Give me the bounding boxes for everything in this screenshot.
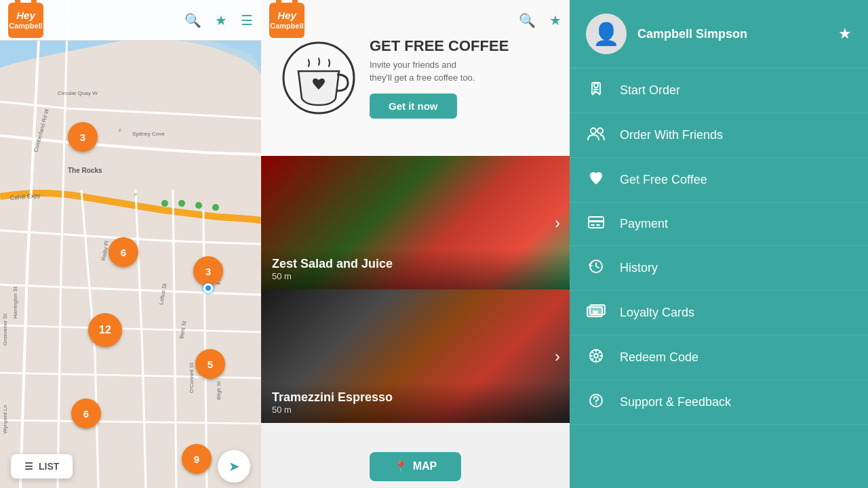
sidebar-item-loyalty-cards[interactable]: Loyalty Cards	[570, 291, 868, 336]
restaurant-2-name: Tramezzini Espresso	[272, 390, 559, 405]
map-marker-3a[interactable]: 3	[68, 122, 98, 152]
coffee-cup-icon	[281, 41, 356, 115]
map-marker-3b[interactable]: 3	[193, 256, 223, 286]
svg-text:Grosvenor St: Grosvenor St	[2, 313, 8, 346]
map-marker-6b[interactable]: 6	[71, 399, 101, 428]
content-topbar: Hey Campbell 🔍 ★	[261, 0, 570, 41]
content-favorites-icon[interactable]: ★	[549, 12, 561, 28]
map-marker-12[interactable]: 12	[88, 313, 122, 347]
svg-point-25	[597, 128, 603, 134]
sidebar-item-redeem-code[interactable]: Redeem Code	[570, 336, 868, 380]
sidebar-header: 👤 Campbell Simpson ★	[570, 0, 868, 68]
svg-point-32	[594, 354, 598, 358]
svg-text:Wynyard Ln: Wynyard Ln	[2, 405, 8, 434]
svg-text:Bligh St: Bligh St	[216, 381, 222, 400]
svg-point-2	[178, 200, 185, 207]
payment-icon	[586, 215, 606, 233]
svg-text:Circular Quay W: Circular Quay W	[58, 90, 98, 96]
gps-location-dot	[203, 283, 213, 293]
svg-text:F: F	[119, 128, 121, 133]
coffee-icon-container	[281, 41, 356, 115]
svg-point-4	[212, 204, 219, 211]
search-icon[interactable]: 🔍	[184, 12, 201, 28]
redeem-code-icon	[586, 348, 606, 367]
svg-text:Harrington St: Harrington St	[12, 286, 18, 319]
logo-tagline: Campbell	[9, 22, 43, 30]
history-clock-icon	[586, 258, 606, 278]
support-label: Support & Feedback	[620, 395, 731, 409]
map-pin-icon: 📍	[394, 460, 408, 473]
svg-rect-27	[589, 220, 604, 222]
content-logo-tagline: Campbell	[270, 22, 304, 30]
restaurant-1-name: Zest Salad and Juice	[272, 257, 559, 271]
redeem-code-label: Redeem Code	[620, 350, 698, 365]
content-topbar-icons: 🔍 ★	[519, 12, 561, 28]
map-bottombar: ☰ LIST ➤	[0, 445, 261, 488]
start-order-label: Start Order	[620, 83, 680, 98]
history-label: History	[620, 261, 658, 275]
support-question-icon	[586, 392, 606, 412]
free-coffee-label: Get Free Coffee	[620, 173, 707, 187]
restaurant-card-2[interactable]: Tramezzini Espresso 50 m ›	[261, 289, 570, 423]
map-btn-container: 📍 MAP	[261, 445, 570, 488]
map-topbar-icons: 🔍 ★ ☰	[184, 12, 253, 28]
start-order-icon	[586, 81, 606, 100]
gps-arrow-icon: ➤	[229, 458, 240, 474]
sidebar: 👤 Campbell Simpson ★ Start Order	[570, 0, 868, 488]
restaurant-1-arrow-icon: ›	[555, 214, 560, 232]
content-panel: Hey Campbell 🔍 ★	[261, 0, 570, 488]
restaurant-2-distance: 50 m	[272, 405, 559, 415]
avatar: 👤	[586, 14, 627, 54]
sidebar-item-free-coffee[interactable]: Get Free Coffee	[570, 158, 868, 203]
gps-button[interactable]: ➤	[218, 450, 250, 483]
sidebar-item-support[interactable]: Support & Feedback	[570, 380, 868, 425]
avatar-person-icon: 👤	[593, 21, 620, 47]
loyalty-cards-icon	[586, 303, 606, 323]
map-panel: Cahill Expy Cumberland Rd W Circular Qua…	[0, 0, 261, 488]
svg-point-3	[195, 202, 202, 209]
logo-badge[interactable]: Hey Campbell	[8, 3, 43, 38]
restaurant-1-distance: 50 m	[272, 271, 559, 281]
svg-point-23	[594, 83, 598, 88]
content-search-icon[interactable]: 🔍	[519, 12, 536, 28]
restaurant-2-overlay: Tramezzini Espresso 50 m	[261, 382, 570, 423]
get-it-now-button[interactable]: Get it now	[370, 94, 457, 119]
sidebar-item-start-order[interactable]: Start Order	[570, 68, 868, 113]
svg-point-34	[595, 403, 597, 405]
svg-text:O'Connell St: O'Connell St	[189, 363, 195, 393]
sidebar-item-history[interactable]: History	[570, 246, 868, 291]
list-label: LIST	[39, 461, 59, 472]
promo-text: GET FREE COFFEE Invite your friends andt…	[370, 37, 549, 118]
sidebar-item-payment[interactable]: Payment	[570, 203, 868, 246]
svg-text:F: F	[134, 192, 137, 197]
sidebar-menu: Start Order Order With Friends Get Fr	[570, 68, 868, 488]
order-friends-label: Order With Friends	[620, 128, 723, 142]
svg-point-24	[591, 128, 596, 134]
restaurant-card-1[interactable]: Zest Salad and Juice 50 m ›	[261, 156, 570, 289]
restaurant-2-arrow-icon: ›	[555, 347, 560, 366]
content-logo-badge[interactable]: Hey Campbell	[269, 3, 304, 38]
svg-point-1	[161, 200, 168, 207]
logo-hey-text: Hey	[16, 9, 35, 22]
content-logo-hey: Hey	[277, 9, 296, 22]
svg-text:Sydney Cove: Sydney Cove	[132, 131, 165, 137]
list-button[interactable]: ☰ LIST	[11, 454, 73, 479]
payment-label: Payment	[620, 217, 668, 231]
loyalty-cards-label: Loyalty Cards	[620, 306, 694, 320]
menu-icon[interactable]: ☰	[241, 12, 253, 28]
map-topbar: Hey Campbell 🔍 ★ ☰	[0, 0, 261, 41]
map-button[interactable]: 📍 MAP	[370, 452, 462, 481]
sidebar-star-icon[interactable]: ★	[838, 25, 852, 43]
free-coffee-heart-icon	[586, 170, 606, 190]
promo-subtitle: Invite your friends andthey'll get a fre…	[370, 59, 549, 83]
favorites-icon[interactable]: ★	[215, 12, 227, 28]
map-marker-5[interactable]: 5	[195, 349, 225, 379]
user-name: Campbell Simpson	[637, 27, 747, 41]
map-marker-6a[interactable]: 6	[108, 237, 138, 267]
svg-text:The Rocks: The Rocks	[68, 167, 102, 174]
list-icon: ☰	[24, 461, 33, 472]
order-friends-icon	[586, 125, 606, 145]
map-button-label: MAP	[413, 460, 437, 472]
sidebar-item-order-friends[interactable]: Order With Friends	[570, 113, 868, 158]
restaurant-1-overlay: Zest Salad and Juice 50 m	[261, 249, 570, 289]
